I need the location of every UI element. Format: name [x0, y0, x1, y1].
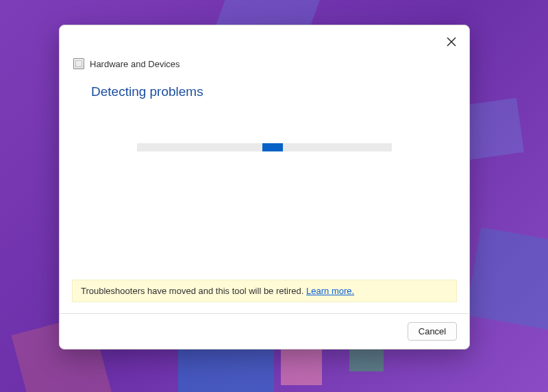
cancel-button[interactable]: Cancel [408, 322, 457, 341]
progress-area [60, 99, 469, 151]
dialog-footer: Cancel [60, 313, 469, 349]
notice-text: Troubleshooters have moved and this tool… [81, 286, 306, 296]
progress-bar [137, 143, 392, 151]
learn-more-link[interactable]: Learn more. [306, 286, 354, 296]
progress-fill [262, 143, 283, 151]
dialog-title: Hardware and Devices [90, 59, 180, 69]
close-icon [447, 37, 456, 47]
retirement-notice: Troubleshooters have moved and this tool… [72, 280, 457, 302]
close-button[interactable] [445, 35, 458, 49]
page-heading: Detecting problems [60, 69, 469, 99]
troubleshooter-icon [73, 58, 84, 69]
bg-shape [466, 228, 548, 331]
dialog-header: Hardware and Devices [60, 25, 469, 69]
troubleshooter-dialog: Hardware and Devices Detecting problems … [59, 25, 470, 350]
spacer [60, 151, 469, 280]
